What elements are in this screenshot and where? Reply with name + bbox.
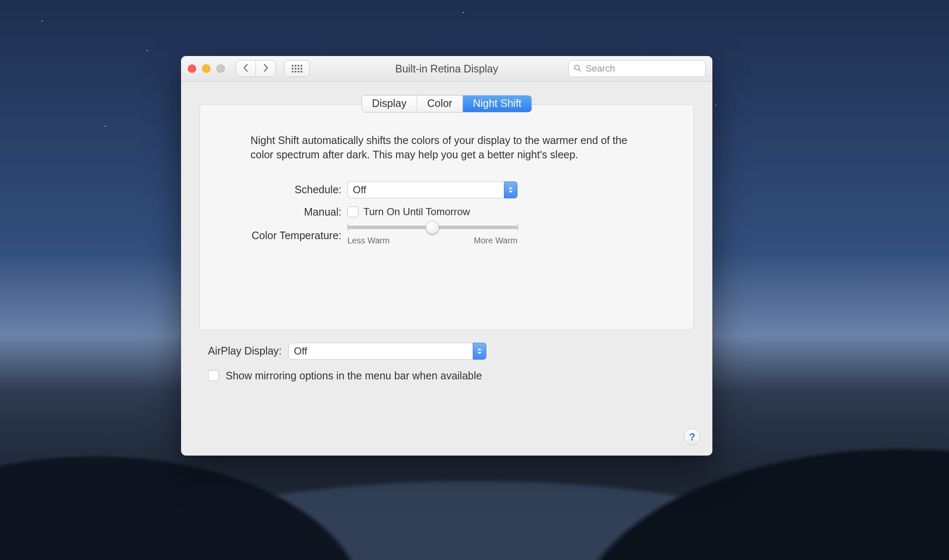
preferences-window: Built-in Retina Display Display Color Ni… <box>181 56 712 456</box>
manual-label: Manual: <box>225 206 347 218</box>
close-button[interactable] <box>188 64 196 73</box>
airplay-dropdown[interactable]: Off <box>288 343 486 360</box>
schedule-label: Schedule: <box>225 184 347 196</box>
night-shift-form: Schedule: Off Manual: Turn On Until Tomo… <box>225 181 668 245</box>
grid-icon <box>292 65 302 72</box>
slider-tick <box>347 224 348 231</box>
help-button[interactable]: ? <box>684 429 701 445</box>
chevron-right-icon <box>263 63 269 75</box>
forward-button[interactable] <box>256 60 276 77</box>
manual-checkbox-label: Turn On Until Tomorrow <box>363 206 470 218</box>
search-input[interactable] <box>585 63 702 75</box>
dropdown-stepper-icon <box>473 343 486 360</box>
airplay-label: AirPlay Display: <box>208 345 282 357</box>
mirroring-checkbox-label: Show mirroring options in the menu bar w… <box>226 370 482 382</box>
slider-tick <box>517 224 518 231</box>
window-traffic-lights <box>188 64 225 73</box>
back-button[interactable] <box>236 60 256 77</box>
schedule-dropdown[interactable]: Off <box>347 181 517 198</box>
window-titlebar: Built-in Retina Display <box>181 56 712 82</box>
tab-bar: Display Color Night Shift <box>362 96 531 112</box>
slider-labels: Less Warm More Warm <box>347 236 517 245</box>
manual-checkbox[interactable] <box>347 206 358 217</box>
slider-thumb[interactable] <box>426 221 439 234</box>
dropdown-stepper-icon <box>504 181 517 198</box>
mirroring-checkbox[interactable] <box>208 370 219 381</box>
zoom-button[interactable] <box>216 64 225 73</box>
svg-line-1 <box>579 69 581 72</box>
show-all-button[interactable] <box>284 60 309 77</box>
color-temperature-slider[interactable] <box>347 226 517 229</box>
settings-panel: Display Color Night Shift Night Shift au… <box>200 104 694 330</box>
window-body: Display Color Night Shift Night Shift au… <box>181 82 712 402</box>
airplay-dropdown-value: Off <box>288 343 473 360</box>
tab-display[interactable]: Display <box>362 96 417 112</box>
slider-max-label: More Warm <box>474 236 517 245</box>
minimize-button[interactable] <box>202 64 211 73</box>
search-icon <box>574 63 585 75</box>
tab-night-shift[interactable]: Night Shift <box>463 96 531 112</box>
bottom-area: AirPlay Display: Off Show mirroring opti… <box>200 330 694 382</box>
color-temperature-label: Color Temperature: <box>225 229 347 242</box>
search-field-wrapper[interactable] <box>568 60 706 77</box>
tab-color[interactable]: Color <box>417 96 463 112</box>
svg-point-0 <box>575 65 579 70</box>
chevron-left-icon <box>243 63 249 75</box>
night-shift-description: Night Shift automatically shifts the col… <box>251 133 643 162</box>
slider-min-label: Less Warm <box>347 236 389 245</box>
schedule-dropdown-value: Off <box>347 181 504 198</box>
nav-button-group <box>236 60 276 77</box>
